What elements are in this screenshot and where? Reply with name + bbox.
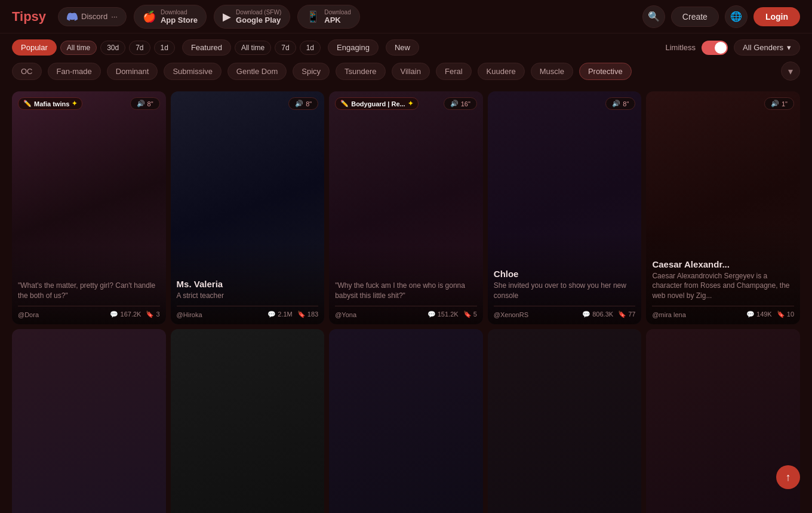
card-4[interactable]: 🔊 8" Chloe She invited you over to show … [488,91,642,324]
appstore-line2: App Store [161,16,198,24]
popular-filter[interactable]: Popular [12,39,57,56]
popular-alltime[interactable]: All time [60,41,97,55]
gender-select[interactable]: All Genders ▾ [734,39,800,56]
star-icon: ✦ [72,100,77,107]
search-button[interactable]: 🔍 [642,5,665,28]
card-3[interactable]: ✏️ Bodyguard | Re... ✦ 🔊 16" "Why the fu… [329,91,483,324]
card-2-desc: A strict teacher [177,291,319,301]
card-1-badge: ✏️ Mafia twins ✦ [18,97,82,110]
card-1[interactable]: ✏️ Mafia twins ✦ 🔊 8" "What's the matter… [12,91,166,324]
tag-feral[interactable]: Feral [436,63,472,80]
audio-icon-3: 🔊 [450,100,459,107]
audio-icon-2: 🔊 [295,100,303,107]
limitless-group: Limitless All Genders ▾ [666,39,801,56]
card-10[interactable] [646,329,800,513]
header-right: 🔍 Create 🌐 Login [642,5,800,28]
pencil-icon: ✏️ [23,100,32,107]
card-4-stats: 💬 806.3K 🔖 77 [582,311,635,318]
card-6-bg [12,329,166,513]
tag-tsundere[interactable]: Tsundere [336,63,385,80]
card-7[interactable] [171,329,325,513]
card-1-author: @Dora [18,311,39,318]
card-8[interactable] [329,329,483,513]
tag-spicy[interactable]: Spicy [293,63,330,80]
card-3-stats: 💬 151.2K 🔖 5 [427,311,477,318]
tag-submissive[interactable]: Submissive [164,63,221,80]
tag-gentledom[interactable]: Gentle Dom [227,63,287,80]
card-1-quote: "What's the matter, pretty girl? Can't h… [18,281,160,301]
audio-icon-4: 🔊 [612,100,620,107]
app-logo[interactable]: Tipsy [12,9,46,24]
download-appstore-button[interactable]: 🍎 Download App Store [134,5,207,29]
popular-7d[interactable]: 7d [129,41,150,55]
card-5-desc: Caesar Alexandrovich Sergeyev is a chara… [652,271,794,301]
card-1-badge-text: Mafia twins [34,100,69,107]
card-3-footer: @Yona 💬 151.2K 🔖 5 [335,306,477,318]
card-4-footer: @XenonRS 💬 806.3K 🔖 77 [494,306,636,318]
filter-bar-tags: OC Fan-made Dominant Submissive Gentle D… [0,62,812,87]
card-10-bg [646,329,800,513]
card-4-author: @XenonRS [494,311,528,318]
tag-fanmade[interactable]: Fan-made [48,63,101,80]
card-2-author: @Hiroka [177,311,202,318]
create-button[interactable]: Create [671,7,719,27]
audio-icon: 🔊 [137,100,145,107]
featured-1d[interactable]: 1d [300,41,321,55]
download-apk-button[interactable]: 📱 Download APK [297,5,359,29]
engaging-filter[interactable]: Engaging [328,39,379,56]
card-5[interactable]: 🔊 1" Caesar Alexandr... Caesar Alexandro… [646,91,800,324]
limitless-toggle[interactable] [702,41,728,55]
header: Tipsy Discord ··· 🍎 Download App Store ▶… [0,0,812,33]
card-4-audio-count: 8" [623,100,629,107]
card-3-likes: 🔖 5 [463,311,477,318]
card-5-footer: @mira lena 💬 149K 🔖 10 [652,306,794,318]
tag-dominant[interactable]: Dominant [107,63,158,80]
scroll-top-button[interactable]: ↑ [776,465,800,489]
featured-7d[interactable]: 7d [275,41,296,55]
card-3-quote: "Why the fuck am I the one who is gonna … [335,281,477,301]
more-label: ··· [111,12,118,21]
card-2-audio: 🔊 8" [288,97,318,110]
popular-1d[interactable]: 1d [154,41,175,55]
apple-icon: 🍎 [143,10,156,23]
card-3-author: @Yona [335,311,356,318]
card-3-audio: 🔊 16" [444,97,477,110]
card-6[interactable] [12,329,166,513]
gender-label: All Genders [743,43,783,52]
language-button[interactable]: 🌐 [725,5,748,28]
featured-alltime[interactable]: All time [235,41,271,55]
new-filter[interactable]: New [386,39,419,56]
card-1-likes: 🔖 3 [146,311,159,318]
popular-group: Popular All time 30d 7d 1d [12,39,175,56]
card-9[interactable] [488,329,642,513]
limitless-label: Limitless [666,43,696,52]
card-5-audio-count: 1" [782,100,788,107]
card-4-desc: She invited you over to show you her new… [494,281,636,301]
card-2-stats: 💬 2.1M 🔖 183 [267,311,318,318]
card-2-audio-count: 8" [306,100,312,107]
discord-button[interactable]: Discord ··· [58,7,127,26]
card-4-overlay: Chloe She invited you over to show you h… [488,233,642,324]
card-2-name: Ms. Valeria [177,279,319,289]
card-2-chats: 💬 2.1M [267,311,293,318]
apk-line1: Download [324,9,350,16]
featured-filter[interactable]: Featured [182,39,231,56]
tag-kuudere[interactable]: Kuudere [478,63,525,80]
filter-bar-primary: Popular All time 30d 7d 1d Featured All … [0,33,812,62]
card-4-chats: 💬 806.3K [582,311,613,318]
card-5-chats: 💬 149K [746,311,772,318]
tag-protective[interactable]: Protective [579,63,632,80]
expand-tags-button[interactable]: ▾ [781,62,800,81]
login-button[interactable]: Login [753,7,800,26]
card-5-audio: 🔊 1" [764,97,794,110]
popular-30d[interactable]: 30d [100,41,125,55]
tag-oc[interactable]: OC [12,63,42,80]
pencil-icon-3: ✏️ [340,100,349,107]
card-2[interactable]: 🔊 8" Ms. Valeria A strict teacher @Hirok… [171,91,325,324]
tag-muscle[interactable]: Muscle [531,63,573,80]
card-3-audio-count: 16" [461,100,470,107]
card-2-overlay: Ms. Valeria A strict teacher @Hiroka 💬 2… [171,243,325,324]
card-7-bg [171,329,325,513]
tag-villain[interactable]: Villain [392,63,430,80]
download-googleplay-button[interactable]: ▶ Download (SFW) Google Play [214,5,290,29]
